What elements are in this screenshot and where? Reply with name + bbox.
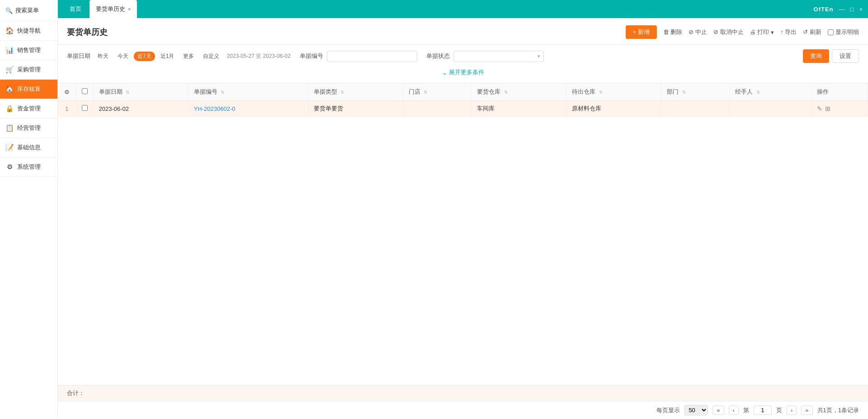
th-pending-warehouse-label: 待出仓库 xyxy=(572,88,595,95)
sidebar-item-system[interactable]: ⚙ 系统管理 xyxy=(0,157,57,177)
print-dropdown-icon[interactable]: ▾ xyxy=(771,29,774,36)
delete-button[interactable]: 🗑 删除 xyxy=(663,28,683,36)
operations-icon: 📋 xyxy=(5,124,14,132)
print-label: 🖨 打印 xyxy=(750,28,769,36)
th-store[interactable]: 门店 ⇅ xyxy=(403,83,471,101)
page-header: 要货单历史 + 新增 🗑 删除 ⊘ 中止 ⊘ 取消中止 🖨 打印 ▾ xyxy=(58,18,868,45)
table-header-row: ⚙ 单据日期 ⇅ 单据编号 ⇅ 单据类型 xyxy=(58,83,868,101)
th-dept[interactable]: 部门 ⇅ xyxy=(661,83,730,101)
sidebar-item-label: 销售管理 xyxy=(17,46,41,54)
summary-label: 合计： xyxy=(67,389,85,397)
sidebar-item-finance[interactable]: 🔒 资金管理 xyxy=(0,99,57,119)
date-btn-today[interactable]: 今天 xyxy=(114,52,132,61)
tab-home-label: 首页 xyxy=(70,5,81,13)
row-edit-icon[interactable]: ✎ xyxy=(817,105,822,112)
sidebar-item-operations[interactable]: 📋 经营管理 xyxy=(0,119,57,138)
display-detail-checkbox[interactable]: 显示明细 xyxy=(828,28,859,36)
query-button[interactable]: 查询 xyxy=(803,49,829,63)
topbar-right: OfTEn — □ × xyxy=(814,6,863,13)
status-select-wrapper xyxy=(453,51,544,62)
first-page-button[interactable]: « xyxy=(712,405,724,415)
display-detail-input[interactable] xyxy=(828,29,834,35)
th-req-warehouse[interactable]: 要货仓库 ⇅ xyxy=(471,83,566,101)
date-btn-more[interactable]: 更多 xyxy=(179,52,198,61)
sidebar-item-label: 系统管理 xyxy=(17,163,41,171)
docno-filter-input[interactable] xyxy=(327,51,417,62)
row-action-icons: ✎ ⊞ xyxy=(817,105,862,112)
expand-more-label: 展开更多条件 xyxy=(449,68,484,76)
th-settings[interactable]: ⚙ xyxy=(58,83,76,101)
system-icon: ⚙ xyxy=(5,163,14,171)
cell-doc-type: 要货单要货 xyxy=(308,101,403,117)
per-page-select[interactable]: 50 20 100 xyxy=(684,405,708,415)
prev-page-button[interactable]: ‹ xyxy=(729,405,739,415)
th-doc-type[interactable]: 单据类型 ⇅ xyxy=(308,83,403,101)
date-btn-custom[interactable]: 自定义 xyxy=(199,52,223,61)
date-btn-7days[interactable]: 近7天 xyxy=(134,52,155,61)
sidebar-item-inventory[interactable]: 🏠 库存核算 xyxy=(0,80,57,99)
sort-icon-doc-no: ⇅ xyxy=(221,90,224,95)
row-delete-icon[interactable]: ⊞ xyxy=(825,105,830,112)
th-pending-warehouse[interactable]: 待出仓库 ⇅ xyxy=(566,83,661,101)
export-button[interactable]: ↑ 导出 xyxy=(780,28,797,36)
last-page-button[interactable]: » xyxy=(801,405,812,415)
sidebar-item-sales[interactable]: 📊 销售管理 xyxy=(0,41,57,60)
status-filter-select[interactable] xyxy=(453,51,544,62)
stop-label: ⊘ 中止 xyxy=(689,28,707,36)
th-handler[interactable]: 经手人 ⇅ xyxy=(730,83,811,101)
basics-icon: 📝 xyxy=(5,143,14,152)
cell-pending-warehouse: 原材料仓库 xyxy=(566,101,661,117)
sidebar: 🔍 搜索菜单 🏠 快捷导航 📊 销售管理 🛒 采购管理 🏠 库存核算 🔒 资金管… xyxy=(0,0,58,419)
expand-more-button[interactable]: ⌄ 展开更多条件 xyxy=(442,67,484,78)
print-button[interactable]: 🖨 打印 ▾ xyxy=(750,28,774,36)
total-records-label: 共1页，1条记录 xyxy=(817,406,859,414)
tab-requisition-label: 要货单历史 xyxy=(96,5,125,13)
inventory-icon: 🏠 xyxy=(5,85,14,93)
th-checkbox xyxy=(76,83,93,101)
filter-area: 单据日期 昨天 今天 近7天 近1月 更多 自定义 2023-05-27 至 2… xyxy=(58,45,868,83)
data-table: ⚙ 单据日期 ⇅ 单据编号 ⇅ 单据类型 xyxy=(58,83,868,117)
docno-filter-group: 单据编号 xyxy=(300,51,417,62)
page-number-input[interactable] xyxy=(754,405,772,415)
th-doc-date[interactable]: 单据日期 ⇅ xyxy=(93,83,188,101)
date-filter-group: 单据日期 昨天 今天 近7天 近1月 更多 自定义 2023-05-27 至 2… xyxy=(67,52,291,61)
sidebar-item-quick-nav[interactable]: 🏠 快捷导航 xyxy=(0,21,57,41)
th-doc-no[interactable]: 单据编号 ⇅ xyxy=(188,83,308,101)
date-btn-1month[interactable]: 近1月 xyxy=(157,52,178,61)
tab-requisition-history[interactable]: 要货单历史 × xyxy=(90,0,137,18)
sidebar-search[interactable]: 🔍 搜索菜单 xyxy=(0,0,57,21)
sort-icon-dept: ⇅ xyxy=(682,90,686,95)
tab-home[interactable]: 首页 xyxy=(63,0,88,18)
th-doc-type-label: 单据类型 xyxy=(314,88,337,95)
window-close-icon[interactable]: × xyxy=(859,6,863,13)
next-page-button[interactable]: › xyxy=(787,405,797,415)
cancel-stop-label: ⊘ 取消中止 xyxy=(713,28,744,36)
sidebar-item-basics[interactable]: 📝 基础信息 xyxy=(0,138,57,157)
select-all-checkbox[interactable] xyxy=(82,88,88,94)
add-button[interactable]: + 新增 xyxy=(626,25,657,39)
sidebar-item-label: 库存核算 xyxy=(17,85,41,93)
date-btn-yesterday[interactable]: 昨天 xyxy=(94,52,112,61)
filter-expand-row: ⌄ 展开更多条件 xyxy=(67,67,859,78)
cell-store xyxy=(403,101,471,117)
stop-button[interactable]: ⊘ 中止 xyxy=(689,28,707,36)
window-minimize-icon[interactable]: — xyxy=(839,6,845,13)
sidebar-item-purchase[interactable]: 🛒 采购管理 xyxy=(0,60,57,80)
row-checkbox-cell xyxy=(76,101,93,117)
sales-icon: 📊 xyxy=(5,46,14,54)
page-title: 要货单历史 xyxy=(67,27,108,38)
sidebar-item-label: 经营管理 xyxy=(17,124,41,132)
date-range-text: 2023-05-27 至 2023-06-02 xyxy=(226,52,290,60)
main-area: 首页 要货单历史 × OfTEn — □ × 要货单历史 + 新增 🗑 删除 xyxy=(58,0,868,419)
search-icon: 🔍 xyxy=(5,7,13,14)
doc-no-link[interactable]: YH-20230602-0 xyxy=(194,105,236,112)
page-label: 第 xyxy=(743,406,749,414)
refresh-button[interactable]: ↺ 刷新 xyxy=(803,28,821,36)
row-checkbox[interactable] xyxy=(82,105,88,111)
home-icon: 🏠 xyxy=(5,27,14,35)
settings-button[interactable]: 设置 xyxy=(832,49,859,63)
tab-close-icon[interactable]: × xyxy=(128,6,131,12)
cancel-stop-button[interactable]: ⊘ 取消中止 xyxy=(713,28,744,36)
table-footer: 合计： xyxy=(58,385,868,401)
window-maximize-icon[interactable]: □ xyxy=(850,6,854,13)
